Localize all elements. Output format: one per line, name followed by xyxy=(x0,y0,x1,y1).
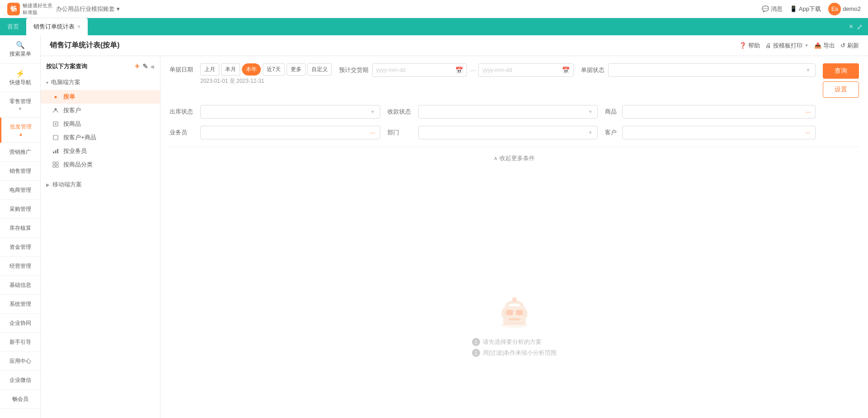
help-icon: ❓ xyxy=(739,42,746,49)
scheme-item-by-customer[interactable]: 按客户 xyxy=(41,104,160,117)
filter-area: 单据日期 上月 本月 本年 近7天 更多 自定义 xyxy=(160,56,868,226)
tab-close-btn[interactable]: × xyxy=(77,24,80,30)
breadcrumb[interactable]: 办公用品行业模拟账套 ▾ xyxy=(56,5,120,13)
wholesale-expand-icon: ▲ xyxy=(19,132,23,137)
user-name: demo2 xyxy=(843,5,861,12)
payment-select[interactable]: ▼ xyxy=(418,105,598,119)
tip-num-2: 2 xyxy=(472,349,480,357)
customer-input[interactable]: ··· xyxy=(622,126,816,139)
sidebar-item-inventory[interactable]: 库存核算 xyxy=(0,219,40,238)
customer-ellipsis-icon[interactable]: ··· xyxy=(805,129,811,136)
scheme-mobile-header[interactable]: ▶ 移动端方案 xyxy=(46,179,155,190)
svg-rect-10 xyxy=(56,162,58,164)
settings-btn[interactable]: 设置 xyxy=(823,81,859,98)
dept-arrow-icon: ▼ xyxy=(588,130,593,135)
message-btn[interactable]: 💬 消息 xyxy=(762,5,783,13)
scheme-item-by-order[interactable]: ● 按单 xyxy=(41,90,160,104)
sidebar-item-collab[interactable]: 企业协同 xyxy=(0,314,40,333)
date-btn-this-year[interactable]: 本年 xyxy=(242,63,261,76)
scheme-cust-goods-label: 按客户+商品 xyxy=(63,133,96,142)
maximize-window-btn[interactable]: ⤢ xyxy=(857,23,863,31)
sidebar-item-system[interactable]: 系统管理 xyxy=(0,295,40,314)
scheme-item-by-goods[interactable]: 按商品 xyxy=(41,117,160,131)
status-arrow-icon: ▼ xyxy=(806,67,811,73)
sidebar-item-wechat[interactable]: 企业微信 xyxy=(0,371,40,390)
dept-select[interactable]: ▼ xyxy=(418,126,598,139)
svg-rect-7 xyxy=(55,150,57,153)
sidebar-item-purchase[interactable]: 采购管理 xyxy=(0,200,40,219)
scheme-category-header[interactable]: ▾ 电脑端方案 xyxy=(46,76,155,88)
sidebar-item-retail[interactable]: 零售管理 ▼ xyxy=(0,92,40,118)
svg-point-20 xyxy=(512,297,517,302)
delivery-start-input[interactable]: yyyy-mm-dd 📅 xyxy=(372,63,467,77)
filter-row-1: 单据日期 上月 本月 本年 近7天 更多 自定义 xyxy=(170,63,859,98)
tip-text-1: 请先选择要分析的方案 xyxy=(483,338,542,346)
refresh-label: 刷新 xyxy=(847,42,859,50)
message-icon: 💬 xyxy=(762,5,769,12)
sidebar-item-finance[interactable]: 资金管理 xyxy=(0,238,40,257)
scheme-add-btn[interactable]: + xyxy=(135,62,140,71)
scheme-edit-btn[interactable]: ✎ xyxy=(142,62,148,71)
salesperson-ellipsis-icon[interactable]: ··· xyxy=(370,129,375,136)
user-profile[interactable]: Ea demo2 xyxy=(828,3,861,15)
salesperson-input[interactable]: ··· xyxy=(200,126,380,139)
app-download-btn[interactable]: 📱 App下载 xyxy=(790,5,821,13)
refresh-btn[interactable]: ↺ 刷新 xyxy=(840,42,859,50)
scheme-collapse-btn[interactable]: « xyxy=(151,62,155,70)
date-label: 单据日期 xyxy=(170,66,197,74)
date-btn-custom[interactable]: 自定义 xyxy=(307,63,332,76)
help-btn[interactable]: ❓ 帮助 xyxy=(739,42,760,50)
sidebar-item-guide[interactable]: 新手引导 xyxy=(0,333,40,352)
scheme-goods-label: 按商品 xyxy=(63,120,81,128)
export-btn[interactable]: 📤 导出 xyxy=(814,42,835,50)
svg-rect-11 xyxy=(53,165,55,167)
help-label: 帮助 xyxy=(748,42,760,50)
tab-home[interactable]: 首页 xyxy=(0,18,26,35)
customer-filter-label: 客户 xyxy=(605,128,618,137)
svg-rect-18 xyxy=(501,310,505,318)
collapse-label: 收起更多条件 xyxy=(500,154,535,162)
delivery-end-placeholder: yyyy-mm-dd xyxy=(482,67,512,73)
sidebar-item-basic-info[interactable]: 基础信息 xyxy=(0,276,40,295)
date-btn-more[interactable]: 更多 xyxy=(287,63,306,76)
sidebar-item-search[interactable]: 🔍 搜索菜单 xyxy=(0,35,40,64)
sidebar-label-wholesale: 批发管理 xyxy=(1,123,40,131)
export-label: 导出 xyxy=(823,42,835,50)
sidebar-label-operations: 经营管理 xyxy=(0,262,40,270)
shipping-select[interactable]: ▼ xyxy=(200,105,380,119)
sidebar-item-vip[interactable]: 畅会员 xyxy=(0,390,40,409)
scheme-item-by-salesperson[interactable]: 按业务员 xyxy=(41,144,160,158)
delivery-end-input[interactable]: yyyy-mm-dd 📅 xyxy=(478,63,574,77)
sidebar-item-quicknav[interactable]: ⚡ 快捷导航 xyxy=(0,64,40,92)
sidebar-label-wechat: 企业微信 xyxy=(0,376,40,384)
sidebar-item-wholesale[interactable]: 批发管理 ▲ xyxy=(0,118,40,143)
date-btn-this-month[interactable]: 本月 xyxy=(221,63,240,76)
date-range-display: 2023-01-01 至 2023-12-31 xyxy=(170,77,332,85)
collapse-conditions-btn[interactable]: ∧ 收起更多条件 xyxy=(170,147,859,170)
avatar: Ea xyxy=(828,3,841,15)
print-btn[interactable]: 🖨 按模板打印 ▼ xyxy=(765,42,809,50)
sidebar-item-operations[interactable]: 经营管理 xyxy=(0,257,40,276)
date-btn-last-7-days[interactable]: 近7天 xyxy=(263,63,285,76)
empty-tips: 1 请先选择要分析的方案 2 用[过滤]条件来缩小分析范围 xyxy=(472,338,557,357)
sidebar-item-ecommerce[interactable]: 电商管理 xyxy=(0,181,40,200)
tab-sales-order-stats[interactable]: 销售订单统计表 × xyxy=(26,18,88,35)
filter-goods-group: 商品 ··· xyxy=(605,105,816,119)
goods-input[interactable]: ··· xyxy=(622,105,816,119)
close-window-btn[interactable]: × xyxy=(849,23,853,31)
sidebar-item-appstore[interactable]: 应用中心 xyxy=(0,352,40,371)
svg-rect-19 xyxy=(524,310,527,318)
scheme-item-by-category[interactable]: 按商品分类 xyxy=(41,158,160,171)
sidebar-item-sales[interactable]: 销售管理 xyxy=(0,162,40,181)
status-select[interactable]: ▼ xyxy=(608,63,816,77)
date-btn-last-month[interactable]: 上月 xyxy=(200,63,219,76)
scheme-category-label: 按商品分类 xyxy=(63,161,93,169)
scheme-order-icon: ● xyxy=(52,93,60,101)
calendar-end-icon: 📅 xyxy=(562,66,570,74)
goods-ellipsis-icon[interactable]: ··· xyxy=(805,108,811,115)
scheme-item-by-customer-goods[interactable]: 按客户+商品 xyxy=(41,131,160,144)
sidebar-item-marketing[interactable]: 营销推广 xyxy=(0,143,40,162)
query-btn[interactable]: 查询 xyxy=(823,63,859,79)
print-icon: 🖨 xyxy=(765,42,771,49)
action-buttons: 查询 设置 xyxy=(823,63,859,98)
